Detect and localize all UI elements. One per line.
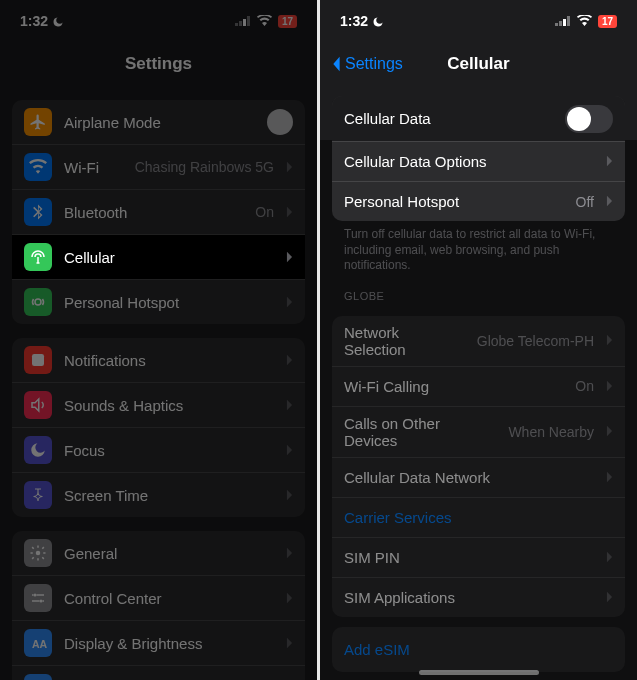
- row-wifi[interactable]: Wi-Fi Chasing Rainbows 5G: [12, 144, 305, 189]
- row-notifications[interactable]: Notifications: [12, 338, 305, 382]
- row-home-screen[interactable]: Home Screen: [12, 665, 305, 680]
- row-value: When Nearby: [508, 424, 594, 440]
- row-general[interactable]: General: [12, 531, 305, 575]
- chevron-right-icon: [286, 545, 293, 562]
- settings-screen: 1:32 17 Settings Airplane Mode: [0, 0, 317, 680]
- svg-rect-18: [563, 19, 566, 26]
- home-indicator[interactable]: [419, 670, 539, 675]
- svg-rect-19: [567, 16, 570, 26]
- row-label: Personal Hotspot: [64, 294, 274, 311]
- svg-rect-1: [239, 21, 242, 26]
- row-display-brightness[interactable]: AA Display & Brightness: [12, 620, 305, 665]
- status-time: 1:32: [20, 13, 48, 29]
- row-label: Bluetooth: [64, 204, 243, 221]
- control-center-icon: [24, 584, 52, 612]
- chevron-right-icon: [286, 442, 293, 459]
- row-label: Sounds & Haptics: [64, 397, 274, 414]
- row-cellular-data-options[interactable]: Cellular Data Options: [332, 141, 625, 181]
- back-button[interactable]: Settings: [330, 55, 403, 73]
- chevron-right-icon: [286, 590, 293, 607]
- back-label: Settings: [345, 55, 403, 73]
- cell-signal-icon: [555, 13, 571, 29]
- row-value: Chasing Rainbows 5G: [135, 159, 274, 175]
- row-label: Network Selection: [344, 324, 465, 358]
- chevron-right-icon: [286, 487, 293, 504]
- svg-rect-2: [243, 19, 246, 26]
- row-screen-time[interactable]: Screen Time: [12, 472, 305, 517]
- row-label: Personal Hotspot: [344, 193, 564, 210]
- row-label: Add eSIM: [344, 641, 613, 658]
- row-label: Cellular Data Options: [344, 153, 594, 170]
- chevron-right-icon: [606, 589, 613, 606]
- row-network-selection[interactable]: Network Selection Globe Telecom-PH: [332, 316, 625, 366]
- chevron-right-icon: [286, 249, 293, 266]
- group-connectivity: Airplane Mode Wi-Fi Chasing Rainbows 5G …: [12, 100, 305, 324]
- row-value: On: [255, 204, 274, 220]
- row-sounds[interactable]: Sounds & Haptics: [12, 382, 305, 427]
- svg-point-5: [36, 551, 41, 556]
- svg-rect-0: [235, 23, 238, 26]
- row-sim-applications[interactable]: SIM Applications: [332, 577, 625, 617]
- display-icon: AA: [24, 629, 52, 657]
- row-carrier-services[interactable]: Carrier Services: [332, 497, 625, 537]
- chevron-right-icon: [286, 204, 293, 221]
- row-personal-hotspot[interactable]: Personal Hotspot Off: [332, 181, 625, 221]
- row-label: Display & Brightness: [64, 635, 274, 652]
- sounds-icon: [24, 391, 52, 419]
- group-general: General Control Center AA Display & Brig…: [12, 531, 305, 680]
- row-label: SIM Applications: [344, 589, 594, 606]
- svg-rect-3: [247, 16, 250, 26]
- chevron-right-icon: [286, 397, 293, 414]
- row-calls-other-devices[interactable]: Calls on Other Devices When Nearby: [332, 406, 625, 457]
- nav-bar: Settings Cellular: [320, 42, 637, 86]
- svg-point-7: [40, 600, 43, 603]
- row-wifi-calling[interactable]: Wi-Fi Calling On: [332, 366, 625, 406]
- row-control-center[interactable]: Control Center: [12, 575, 305, 620]
- row-label: Screen Time: [64, 487, 274, 504]
- cellular-data-footer: Turn off cellular data to restrict all d…: [332, 221, 625, 278]
- svg-rect-16: [555, 23, 558, 26]
- row-airplane-mode[interactable]: Airplane Mode: [12, 100, 305, 144]
- row-focus[interactable]: Focus: [12, 427, 305, 472]
- row-add-esim[interactable]: Add eSIM: [332, 627, 625, 672]
- row-value: On: [575, 378, 594, 394]
- dnd-moon-icon: [372, 13, 384, 29]
- row-label: Control Center: [64, 590, 274, 607]
- row-sim-pin[interactable]: SIM PIN: [332, 537, 625, 577]
- svg-point-6: [34, 594, 37, 597]
- row-bluetooth[interactable]: Bluetooth On: [12, 189, 305, 234]
- row-label: Notifications: [64, 352, 274, 369]
- chevron-right-icon: [286, 159, 293, 176]
- group-attention: Notifications Sounds & Haptics Focus: [12, 338, 305, 517]
- hotspot-icon: [24, 288, 52, 316]
- airplane-icon: [24, 108, 52, 136]
- row-cellular-data[interactable]: Cellular Data: [332, 96, 625, 141]
- home-screen-icon: [24, 674, 52, 680]
- status-time: 1:32: [340, 13, 368, 29]
- chevron-right-icon: [286, 294, 293, 311]
- row-value: Globe Telecom-PH: [477, 333, 594, 349]
- chevron-right-icon: [606, 469, 613, 486]
- nav-bar: Settings: [0, 42, 317, 86]
- chevron-right-icon: [606, 153, 613, 170]
- row-label: Cellular Data: [344, 110, 553, 127]
- cellular-data-toggle[interactable]: [565, 105, 613, 133]
- battery-percent: 17: [278, 15, 297, 28]
- status-bar: 1:32 17: [0, 0, 317, 42]
- row-label: Wi-Fi: [64, 159, 123, 176]
- row-label: Carrier Services: [344, 509, 613, 526]
- wifi-status-icon: [577, 13, 592, 29]
- group-carrier: Network Selection Globe Telecom-PH Wi-Fi…: [332, 316, 625, 617]
- row-label: Cellular Data Network: [344, 469, 594, 486]
- general-icon: [24, 539, 52, 567]
- row-label: Focus: [64, 442, 274, 459]
- row-cellular[interactable]: Cellular: [12, 234, 305, 279]
- row-cellular-data-network[interactable]: Cellular Data Network: [332, 457, 625, 497]
- row-label: General: [64, 545, 274, 562]
- row-personal-hotspot[interactable]: Personal Hotspot: [12, 279, 305, 324]
- chevron-right-icon: [606, 423, 613, 440]
- row-label: SIM PIN: [344, 549, 594, 566]
- notifications-icon: [24, 346, 52, 374]
- airplane-toggle[interactable]: [267, 109, 293, 135]
- chevron-right-icon: [606, 549, 613, 566]
